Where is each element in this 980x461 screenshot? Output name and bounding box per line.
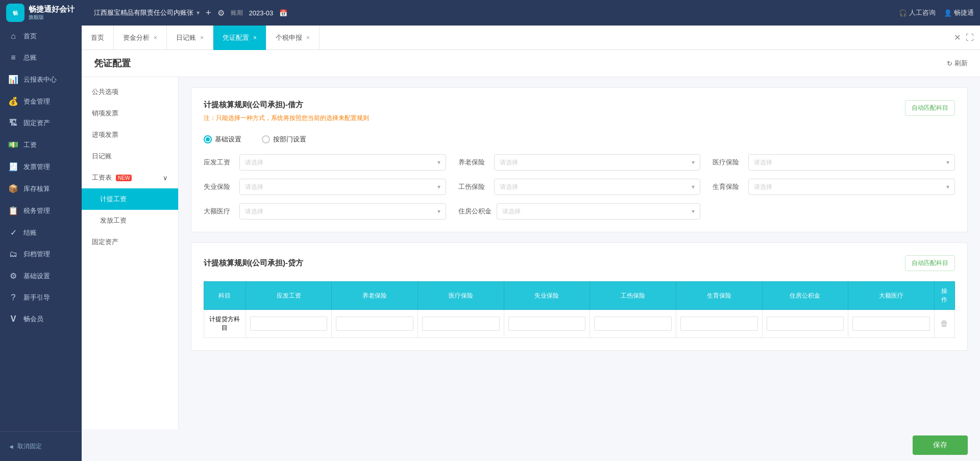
- th-shengyu: 生育保险: [676, 282, 762, 310]
- sidebar-item-guide[interactable]: ? 新手引导: [0, 287, 82, 308]
- radio-basic-settings[interactable]: 基础设置: [204, 135, 241, 144]
- cell-yiliao: [418, 310, 504, 338]
- new-badge: NEW: [116, 175, 132, 181]
- save-bar: 保存: [82, 429, 980, 461]
- field-gongshang-baoxian: 工伤保险 请选择 ▾: [458, 179, 701, 195]
- page-title: 凭证配置: [94, 57, 131, 69]
- select-daeliao[interactable]: 请选择 ▾: [239, 203, 446, 220]
- tab-journal[interactable]: 日记账 ×: [167, 26, 213, 50]
- sidebar-label-ledger: 总账: [23, 53, 37, 62]
- label-daeliao: 大额医疗: [204, 207, 234, 216]
- tab-tax[interactable]: 个税申报 ×: [266, 26, 320, 50]
- sidebar-item-archive[interactable]: 🗂 归档管理: [0, 244, 82, 265]
- maximize-window-icon[interactable]: ⛶: [966, 33, 974, 42]
- settings-icon[interactable]: ⚙: [217, 8, 225, 18]
- left-nav-fixed-asset2[interactable]: 固定资产: [82, 231, 178, 253]
- th-yiliao: 医疗保险: [418, 282, 504, 310]
- sidebar-item-tax[interactable]: 📋 税务管理: [0, 200, 82, 222]
- debit-auto-match-button[interactable]: 自动匹配科目: [905, 100, 955, 116]
- sidebar-item-invoice[interactable]: 🧾 发票管理: [0, 156, 82, 178]
- left-nav-pay-salary[interactable]: 发放工资: [82, 210, 178, 231]
- debit-section-note: 注：只能选择一种方式，系统将按照您当前的选择来配置规则: [204, 114, 369, 123]
- left-nav-salary-table[interactable]: 工资表 NEW ∨: [82, 167, 178, 188]
- sidebar-item-fund[interactable]: 💰 资金管理: [0, 90, 82, 112]
- cancel-fixed-button[interactable]: ◄ 取消固定: [0, 437, 82, 456]
- left-nav-accrual[interactable]: 计提工资: [82, 188, 178, 210]
- sidebar-item-vip[interactable]: V 畅会员: [0, 308, 82, 330]
- tab-home[interactable]: 首页: [82, 26, 114, 50]
- input-gongshang[interactable]: [594, 317, 672, 331]
- refresh-button[interactable]: ↻ 刷新: [947, 59, 968, 68]
- select-zhufang[interactable]: 请选择 ▾: [497, 203, 701, 220]
- input-shiye[interactable]: [508, 317, 586, 331]
- th-shiye: 失业保险: [504, 282, 590, 310]
- label-shengyu: 生育保险: [713, 182, 743, 191]
- asset-icon: 🏗: [8, 118, 18, 128]
- sidebar-item-home[interactable]: ⌂ 首页: [0, 26, 82, 47]
- sidebar-item-inventory[interactable]: 📦 库存核算: [0, 178, 82, 200]
- tab-close-voucher-config[interactable]: ×: [253, 34, 257, 41]
- page-content: 凭证配置 ↻ 刷新 公共选项 销项发票 进项发票: [82, 50, 980, 461]
- tab-bar: 首页 资金分析 × 日记账 × 凭证配置 × 个税申报 × ✕ ⛶: [82, 26, 980, 50]
- expand-icon: ∨: [163, 174, 168, 182]
- left-nav-public[interactable]: 公共选项: [82, 81, 178, 103]
- left-nav-purchase-invoice[interactable]: 进项发票: [82, 124, 178, 145]
- period-value: 2023-03: [249, 9, 274, 17]
- credit-auto-match-button[interactable]: 自动匹配科目: [905, 255, 955, 271]
- left-nav: 公共选项 销项发票 进项发票 日记账 工资表 NEW: [82, 77, 179, 429]
- chevron-down-icon: ▾: [197, 9, 200, 16]
- service-button[interactable]: 🎧 人工咨询: [899, 8, 936, 17]
- label-yingfa: 应发工资: [204, 158, 234, 167]
- tab-close-journal[interactable]: ×: [200, 34, 204, 41]
- company-selector[interactable]: 江西服宝精品有限责任公司内账张 ▾: [94, 8, 200, 17]
- tab-close-fund-analysis[interactable]: ×: [154, 34, 157, 41]
- sidebar-item-report[interactable]: 📊 云报表中心: [0, 68, 82, 90]
- credit-table-header: 科目 应发工资 养老保险 医疗保险 失业保险 工伤保险 生育保险 住房公积金 大…: [204, 282, 955, 310]
- th-daeliao: 大额医疗: [848, 282, 935, 310]
- input-yingfa[interactable]: [250, 317, 328, 331]
- select-yiliao[interactable]: 请选择 ▾: [748, 154, 955, 171]
- user-button[interactable]: 👤 畅捷通: [944, 8, 974, 17]
- save-button[interactable]: 保存: [913, 435, 968, 455]
- sidebar-label-guide: 新手引导: [23, 293, 50, 302]
- window-controls: ✕ ⛶: [948, 33, 980, 42]
- sidebar-item-settings[interactable]: ⚙ 基础设置: [0, 265, 82, 287]
- credit-section: 计提核算规则(公司承担)-贷方 自动匹配科目 科目 应发工资 养老保险 医疗保险: [191, 242, 968, 351]
- select-yingfa[interactable]: 请选择 ▾: [239, 154, 446, 171]
- user-avatar-icon: 👤: [944, 9, 952, 17]
- add-button[interactable]: +: [206, 8, 211, 18]
- select-yanglao[interactable]: 请选择 ▾: [494, 154, 701, 171]
- select-gongshang[interactable]: 请选择 ▾: [494, 179, 701, 195]
- sidebar-label-archive: 归档管理: [23, 250, 50, 259]
- cell-daeliao: [848, 310, 935, 338]
- tab-voucher-config[interactable]: 凭证配置 ×: [213, 26, 266, 50]
- sidebar-item-ledger[interactable]: ≡ 总账: [0, 47, 82, 68]
- left-nav-sales-invoice[interactable]: 销项发票: [82, 103, 178, 124]
- cell-shiye: [504, 310, 590, 338]
- radio-dept-settings[interactable]: 按部门设置: [262, 135, 306, 144]
- sidebar-item-salary[interactable]: 💵 工资: [0, 134, 82, 156]
- calendar-icon[interactable]: 📅: [279, 9, 287, 17]
- input-yiliao[interactable]: [422, 317, 500, 331]
- input-shengyu[interactable]: [680, 317, 758, 331]
- left-nav-journal[interactable]: 日记账: [82, 145, 178, 167]
- field-daeliao-yiliao: 大额医疗 请选择 ▾: [204, 203, 446, 220]
- delete-row-icon[interactable]: 🗑: [940, 319, 948, 328]
- select-shiye[interactable]: 请选择 ▾: [239, 179, 446, 195]
- tab-fund-analysis[interactable]: 资金分析 ×: [114, 26, 167, 50]
- input-zhufang[interactable]: [767, 317, 844, 331]
- close-window-icon[interactable]: ✕: [954, 33, 961, 42]
- credit-table: 科目 应发工资 养老保险 医疗保险 失业保险 工伤保险 生育保险 住房公积金 大…: [204, 281, 955, 338]
- input-daeliao[interactable]: [852, 317, 930, 331]
- sidebar-item-checkout[interactable]: ✓ 结账: [0, 222, 82, 244]
- input-yanglao[interactable]: [336, 317, 413, 331]
- sidebar-item-fixed-asset[interactable]: 🏗 固定资产: [0, 112, 82, 134]
- debit-section-title: 计提核算规则(公司承担)-借方: [204, 100, 369, 110]
- tax-icon: 📋: [8, 206, 18, 215]
- th-yanglao: 养老保险: [332, 282, 418, 310]
- label-zhufang: 住房公积金: [458, 207, 492, 216]
- sidebar-label-fund: 资金管理: [23, 97, 50, 106]
- tab-close-tax[interactable]: ×: [306, 34, 310, 41]
- radio-group-debit: 基础设置 按部门设置: [204, 135, 955, 144]
- select-shengyu[interactable]: 请选择 ▾: [748, 179, 955, 195]
